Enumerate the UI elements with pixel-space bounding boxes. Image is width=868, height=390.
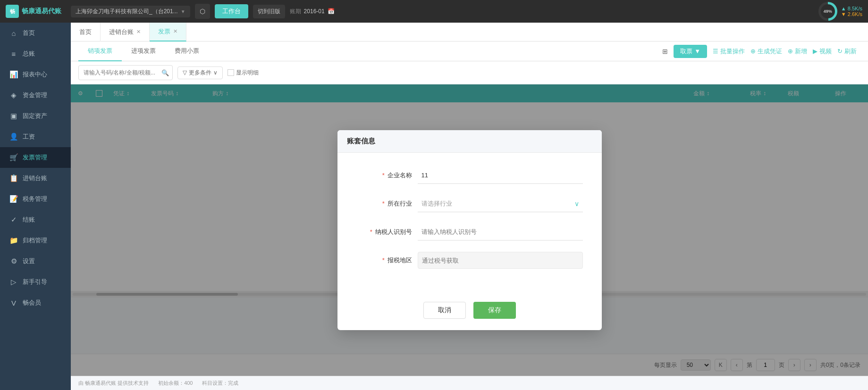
company-dropdown-arrow: ▼	[181, 9, 185, 14]
period-info: 账期 2016-01 📅	[290, 8, 335, 16]
form-row-tax-region: * 报税地区	[356, 252, 583, 269]
sub-tab-expense[interactable]: 费用小票	[165, 41, 209, 61]
sidebar-item-vip[interactable]: V 畅会员	[0, 292, 71, 313]
cancel-button[interactable]: 取消	[423, 302, 466, 319]
sidebar: ⌂ 首页 ≡ 总账 📊 报表中心 ◈ 资金管理 ▣ 固定资产 👤 工资 🛒 发票…	[0, 23, 71, 390]
tab-invoice[interactable]: 发票 ✕	[150, 23, 186, 41]
app-name: 畅康通易代账	[22, 7, 61, 16]
sidebar-item-tax[interactable]: 📝 税务管理	[0, 189, 71, 209]
top-header: 畅 畅康通易代账 上海卯金刀电子科技有限公司_（台201... ▼ ⬡ 工作台 …	[0, 0, 868, 23]
tab-purchase-sales[interactable]: 进销台账 ✕	[101, 23, 150, 41]
tab-home[interactable]: 首页	[71, 23, 101, 41]
sidebar-label-tax: 税务管理	[23, 195, 47, 203]
form-row-industry: * 所在行业 请选择行业 ∨	[356, 195, 583, 212]
modal-overlay[interactable]: 账套信息 * 企业名称 *	[71, 84, 868, 376]
vip-icon: V	[9, 299, 18, 307]
sidebar-label-guide: 新手引导	[23, 278, 47, 286]
sidebar-label-report-center: 报表中心	[23, 70, 47, 79]
filter-icon: ▽	[183, 69, 187, 76]
invoice-btn[interactable]: 取票 ▼	[674, 45, 707, 58]
sidebar-item-purchase-sales[interactable]: 📋 进销台账	[0, 168, 71, 189]
filter-btn[interactable]: ▽ 更多条件 ∨	[177, 66, 223, 79]
search-wrap: 🔍	[78, 65, 173, 80]
speed-indicator: 49% ▲ 8.5K/s ▼ 2.6K/s	[818, 2, 862, 21]
sidebar-item-report-center[interactable]: 📊 报表中心	[0, 64, 71, 85]
sidebar-item-archive[interactable]: 📁 归档管理	[0, 230, 71, 251]
form-row-company-name: * 企业名称	[356, 167, 583, 184]
save-button[interactable]: 保存	[473, 302, 516, 319]
sidebar-item-salary[interactable]: 👤 工资	[0, 126, 71, 147]
percent-value: 49%	[821, 4, 835, 18]
sidebar-label-settings: 设置	[23, 257, 35, 266]
content-area: ⚙ 凭证 ↕ 发票号码 ↕ 购方 ↕ 金额 ↕	[71, 84, 868, 376]
old-version-button[interactable]: 切到旧版	[253, 5, 285, 18]
video-icon: ▶	[813, 48, 817, 55]
generate-voucher-btn[interactable]: ⊕ 生成凭证	[750, 47, 782, 56]
workbench-button[interactable]: 工作台	[215, 4, 248, 18]
grid-view-icon[interactable]: ⊞	[662, 48, 668, 55]
calendar-icon[interactable]: 📅	[328, 8, 335, 15]
sidebar-item-invoice[interactable]: 🛒 发票管理	[0, 147, 71, 168]
bottom-company-link[interactable]: 由 畅康通易代账 提供技术支持	[78, 380, 149, 387]
filter-arrow: ∨	[213, 69, 218, 76]
new-btn[interactable]: ⊕ 新增	[788, 47, 807, 56]
company-selector[interactable]: 上海卯金刀电子科技有限公司_（台201... ▼	[71, 6, 190, 17]
sub-tab-sales[interactable]: 销项发票	[78, 41, 122, 61]
sidebar-item-home[interactable]: ⌂ 首页	[0, 23, 71, 43]
speed-values: ▲ 8.5K/s ▼ 2.6K/s	[841, 6, 862, 17]
logo-icon: 畅	[6, 5, 19, 18]
show-details-check[interactable]: 显示明细	[228, 69, 259, 77]
modal-title: 账套信息	[337, 130, 602, 153]
ledger-icon: ≡	[9, 50, 18, 58]
sub-tab-purchase[interactable]: 进项发票	[122, 41, 165, 61]
speed-down: ▼ 2.6K/s	[841, 11, 862, 17]
input-company-name[interactable]	[418, 167, 583, 184]
speed-up: ▲ 8.5K/s	[841, 6, 862, 11]
report-icon: 📊	[9, 70, 18, 79]
capital-icon: ◈	[9, 91, 18, 100]
invoice-icon: 🛒	[9, 153, 18, 162]
sidebar-label-general-ledger: 总账	[23, 50, 35, 58]
purchase-icon: 📋	[9, 174, 18, 183]
sidebar-item-settings[interactable]: ⚙ 设置	[0, 251, 71, 272]
show-details-checkbox[interactable]	[228, 69, 234, 76]
input-tax-id[interactable]	[418, 224, 583, 241]
copy-button[interactable]: ⬡	[195, 4, 210, 19]
toolbar-area: 🔍 ▽ 更多条件 ∨ 显示明细	[71, 61, 868, 84]
sidebar-item-fixed-assets[interactable]: ▣ 固定资产	[0, 106, 71, 126]
salary-icon: 👤	[9, 133, 18, 141]
sidebar-item-guide[interactable]: ▷ 新手引导	[0, 272, 71, 292]
assets-icon: ▣	[9, 112, 18, 120]
sidebar-item-general-ledger[interactable]: ≡ 总账	[0, 43, 71, 64]
sidebar-label-salary: 工资	[23, 133, 35, 141]
sidebar-label-capital: 资金管理	[23, 91, 47, 100]
sidebar-item-capital[interactable]: ◈ 资金管理	[0, 85, 71, 106]
tab-close-invoice[interactable]: ✕	[173, 28, 177, 34]
sidebar-label-purchase-sales: 进销台账	[23, 174, 47, 183]
search-input[interactable]	[78, 65, 173, 80]
percent-circle: 49%	[818, 2, 837, 21]
archive-icon: 📁	[9, 236, 18, 245]
bottom-bar: 由 畅康通易代账 提供技术支持 初始余额：400 科目设置：完成	[71, 376, 868, 390]
new-icon: ⊕	[788, 48, 793, 55]
batch-ops-btn[interactable]: ☰ 批量操作	[713, 47, 745, 56]
period-label: 账期	[290, 8, 301, 16]
settings-icon: ⚙	[9, 257, 18, 266]
guide-icon: ▷	[9, 278, 18, 286]
sidebar-label-home: 首页	[23, 29, 35, 37]
sidebar-item-checkout[interactable]: ✓ 结账	[0, 209, 71, 230]
sidebar-label-checkout: 结账	[23, 216, 35, 224]
select-industry[interactable]: 请选择行业	[418, 195, 583, 212]
sidebar-label-fixed-assets: 固定资产	[23, 112, 47, 120]
period-value: 2016-01	[304, 8, 325, 15]
sub-tabs-bar: 销项发票 进项发票 费用小票 ⊞ 取票 ▼ ☰ 批量操作	[71, 41, 868, 61]
refresh-icon: ↻	[837, 48, 843, 55]
search-icon: 🔍	[161, 69, 169, 76]
input-tax-region	[418, 252, 583, 269]
bottom-info2: 科目设置：完成	[202, 380, 238, 387]
logo: 畅 畅康通易代账	[6, 5, 61, 18]
tab-close-purchase-sales[interactable]: ✕	[136, 29, 141, 35]
refresh-btn[interactable]: ↻ 刷新	[837, 47, 857, 56]
sidebar-label-invoice: 发票管理	[23, 153, 47, 162]
video-btn[interactable]: ▶ 视频	[813, 47, 832, 56]
